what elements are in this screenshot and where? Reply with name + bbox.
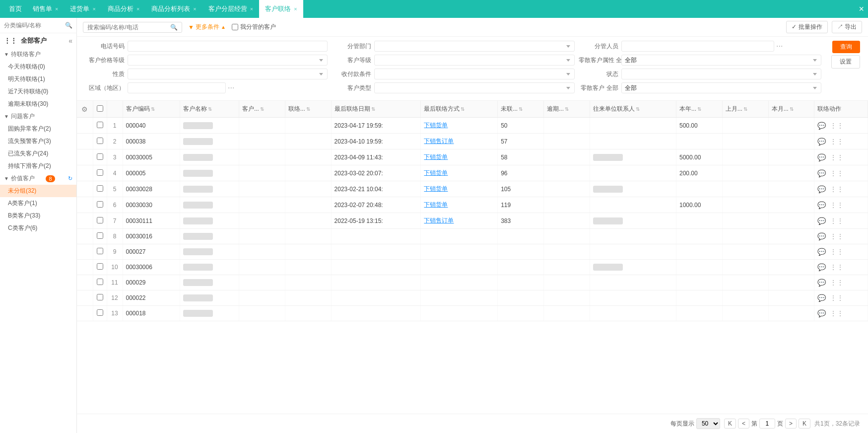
grid-icon[interactable]: ⋮⋮ [830,153,844,161]
nav-customer-contact[interactable]: 客户联络 × [259,0,303,18]
row-checkbox[interactable] [97,294,103,300]
sidebar-item-7days[interactable]: 近7天待联络(0) [0,85,76,98]
last-date-col[interactable]: 最后联络日期⇅ [331,101,421,118]
sidebar-item-declining[interactable]: 持续下滑客户(2) [0,160,76,172]
message-icon[interactable]: 💬 [817,294,826,302]
contacts-col[interactable]: 往来单位联系人⇅ [590,101,676,118]
message-icon[interactable]: 💬 [817,138,826,145]
message-icon[interactable]: 💬 [817,185,826,193]
nav-product-analysis-list[interactable]: 商品分析列表 × [145,0,202,18]
value-refresh-icon[interactable]: ↻ [68,175,72,182]
table-settings-icon[interactable]: ⚙ [81,105,88,113]
row-checkbox-cell[interactable] [93,118,107,134]
row-checkbox-cell[interactable] [93,306,107,321]
grid-icon[interactable]: ⋮⋮ [830,138,844,145]
grid-icon[interactable]: ⋮⋮ [830,201,844,209]
dept-select[interactable] [374,41,574,52]
sidebar-item-tomorrow[interactable]: 明天待联络(1) [0,73,76,85]
nature-select[interactable] [128,69,328,79]
row-last-way[interactable]: 下销货单 [421,118,498,134]
all-customers-header[interactable]: ⋮⋮ 全部客户 « [0,33,76,48]
retail-customer-select[interactable]: 全部 [621,82,821,93]
more-conditions-button[interactable]: ▼ 更多条件 ▲ [188,23,226,31]
sidebar-item-today[interactable]: 今天待联络(0) [0,61,76,73]
category-col[interactable]: 客户...⇅ [239,101,285,118]
row-last-way[interactable] [421,229,498,244]
sidebar-item-abnormal[interactable]: 固购异常客户(2) [0,123,76,135]
close-customer-segment-tab[interactable]: × [250,6,253,12]
area-dots[interactable]: ··· [226,83,236,92]
row-checkbox[interactable] [97,232,103,239]
this-year-col[interactable]: 本年...⇅ [676,101,723,118]
sidebar-problem-group[interactable]: ▼ 问题客户 [0,110,76,123]
overdue-col[interactable]: 逾期...⇅ [543,101,590,118]
last-page-button[interactable]: K [799,419,810,429]
grid-icon[interactable]: ⋮⋮ [830,217,844,225]
price-level-select[interactable] [128,55,328,66]
name-col[interactable]: 客户名称⇅ [180,101,239,118]
row-last-way[interactable]: 下销货单 [421,181,498,197]
row-checkbox-cell[interactable] [93,213,107,229]
batch-ops-button[interactable]: ✓ 批量操作 [786,21,827,33]
next-page-button[interactable]: > [785,419,797,429]
my-customer-checkbox[interactable]: 我分管的客户 [232,23,276,31]
last-way-col[interactable]: 最后联络方式⇅ [421,101,498,118]
export-button[interactable]: ↗ 导出 [832,21,862,33]
sidebar-search-box[interactable]: 🔍 [0,18,76,33]
nav-customer-segment[interactable]: 客户分层经营 × [202,0,259,18]
retail-attr-select[interactable]: 全部 [621,55,821,66]
nav-purchase[interactable]: 进货单 × [64,0,101,18]
close-customer-contact-tab[interactable]: × [294,6,297,12]
row-last-way[interactable] [421,306,498,321]
grid-icon[interactable]: ⋮⋮ [830,294,844,302]
contact-col[interactable]: 联络...⇅ [285,101,331,118]
message-icon[interactable]: 💬 [817,232,826,240]
page-size-select[interactable]: 50 [696,418,720,429]
grid-icon[interactable]: ⋮⋮ [830,263,844,271]
my-customer-check[interactable] [232,24,238,30]
search-box[interactable]: 🔍 [83,22,182,33]
close-product-analysis-list-tab[interactable]: × [193,6,196,12]
row-checkbox[interactable] [97,263,103,270]
grid-icon[interactable]: ⋮⋮ [830,232,844,240]
message-icon[interactable]: 💬 [817,153,826,161]
row-checkbox-cell[interactable] [93,275,107,290]
sidebar-item-lost[interactable]: 已流失客户(24) [0,147,76,160]
nav-product-analysis[interactable]: 商品分析 × [102,0,145,18]
row-checkbox[interactable] [97,279,103,285]
query-button[interactable]: 查询 [832,41,860,53]
message-icon[interactable]: 💬 [817,201,826,209]
settings-col[interactable]: ⚙ [77,101,93,118]
search-input[interactable] [87,24,170,31]
person-input[interactable] [621,41,774,52]
message-icon[interactable]: 💬 [817,169,826,177]
prev-page-button[interactable]: < [738,419,749,429]
person-dots[interactable]: ··· [774,42,785,51]
select-all-checkbox[interactable] [97,105,103,112]
row-last-way[interactable] [421,290,498,306]
row-checkbox-cell[interactable] [93,134,107,149]
status-select[interactable] [621,69,821,79]
grid-icon[interactable]: ⋮⋮ [830,185,844,193]
grid-icon[interactable]: ⋮⋮ [830,248,844,256]
sidebar-item-a-class[interactable]: A类客户(1) [0,197,76,210]
message-icon[interactable]: 💬 [817,279,826,287]
close-purchase-tab[interactable]: × [92,6,95,12]
sidebar-item-flow-warning[interactable]: 流失预警客户(3) [0,135,76,147]
row-checkbox[interactable] [97,248,103,254]
row-checkbox-cell[interactable] [93,165,107,181]
row-checkbox-cell[interactable] [93,290,107,306]
row-last-way[interactable]: 下销售订单 [421,213,498,229]
no-contact-col[interactable]: 未联...⇅ [498,101,544,118]
area-input[interactable] [128,82,226,93]
close-product-analysis-tab[interactable]: × [136,6,139,12]
sidebar-search-input[interactable] [4,22,63,29]
row-last-way[interactable] [421,260,498,275]
row-checkbox[interactable] [97,217,103,223]
first-page-button[interactable]: K [724,419,736,429]
row-checkbox-cell[interactable] [93,181,107,197]
row-checkbox[interactable] [97,169,103,176]
row-last-way[interactable] [421,275,498,290]
message-icon[interactable]: 💬 [817,122,826,130]
nav-home[interactable]: 首页 [4,0,27,18]
